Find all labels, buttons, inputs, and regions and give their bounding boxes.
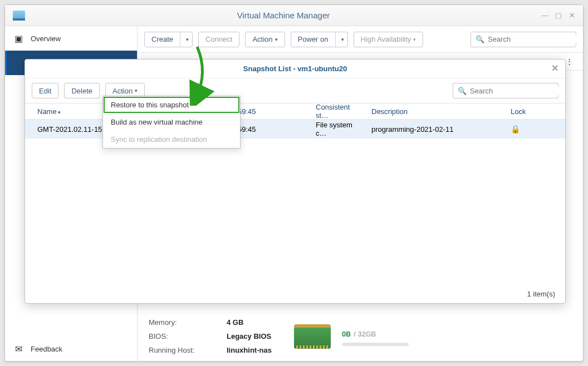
details-panel: Memory: 4 GB BIOS: Legacy BIOS Running H… bbox=[138, 311, 583, 361]
running-host-value: linuxhint-nas bbox=[227, 346, 272, 354]
caret-down-icon: ▾ bbox=[338, 37, 347, 42]
col-consistent[interactable]: Consistent st… bbox=[312, 103, 368, 120]
sidebar-item-label: Feedback bbox=[31, 345, 62, 353]
app-icon bbox=[13, 11, 25, 21]
search-icon: 🔍 bbox=[458, 87, 467, 95]
sort-desc-icon: ▾ bbox=[58, 110, 61, 115]
power-on-button[interactable]: Power on▾ bbox=[291, 32, 348, 47]
caret-down-icon: ▾ bbox=[413, 37, 416, 42]
action-dropdown: Restore to this snapshot Build as new vi… bbox=[102, 96, 241, 149]
dialog-title: Snapshot List - vm1-ubuntu20 ✕ bbox=[25, 60, 565, 78]
memory-card-icon bbox=[294, 324, 331, 349]
close-icon[interactable]: ✕ bbox=[565, 10, 579, 21]
dialog-search-input[interactable] bbox=[470, 87, 564, 95]
col-lock[interactable]: Lock bbox=[507, 107, 556, 116]
sidebar-item-label: Overview bbox=[31, 34, 61, 43]
window-title: Virtual Machine Manager bbox=[28, 11, 538, 20]
memory-usage: 0B / 32GB bbox=[342, 327, 409, 339]
caret-down-icon: ▾ bbox=[135, 88, 138, 93]
sidebar-item-overview[interactable]: ▣ Overview bbox=[5, 26, 137, 51]
dialog-close-icon[interactable]: ✕ bbox=[548, 63, 561, 75]
lock-icon: 🔒 bbox=[507, 125, 556, 133]
high-availability-button[interactable]: High Availability▾ bbox=[354, 32, 424, 47]
dropdown-item-restore[interactable]: Restore to this snapshot bbox=[103, 96, 240, 113]
dialog-footer: 1 item(s) bbox=[25, 284, 565, 303]
create-button[interactable]: Create▾ bbox=[144, 32, 193, 47]
row-consistent: File system c… bbox=[312, 121, 368, 137]
memory-bar bbox=[342, 343, 409, 346]
action-button[interactable]: Action▾ bbox=[245, 32, 285, 47]
delete-button[interactable]: Delete bbox=[64, 83, 100, 98]
memory-label: Memory: bbox=[149, 318, 227, 327]
search-icon: 🔍 bbox=[476, 35, 484, 43]
dropdown-item-sync[interactable]: Sync to replication destination bbox=[103, 131, 240, 148]
bios-value: Legacy BIOS bbox=[227, 332, 272, 340]
sidebar-item-feedback[interactable]: ✉ Feedback bbox=[5, 337, 137, 361]
caret-down-icon: ▾ bbox=[183, 37, 192, 42]
search-input[interactable] bbox=[488, 35, 581, 43]
main-search[interactable]: 🔍 bbox=[471, 32, 576, 47]
row-time: 59:45 bbox=[234, 125, 312, 133]
col-description[interactable]: Description bbox=[368, 107, 507, 116]
overview-icon: ▣ bbox=[13, 33, 24, 44]
dropdown-item-build[interactable]: Build as new virtual machine bbox=[103, 113, 240, 131]
dialog-search[interactable]: 🔍 bbox=[453, 83, 558, 98]
bios-label: BIOS: bbox=[149, 332, 227, 340]
running-host-label: Running Host: bbox=[149, 346, 227, 354]
minimize-icon[interactable]: — bbox=[538, 10, 552, 21]
titlebar: Virtual Machine Manager — ▢ ✕ bbox=[5, 5, 583, 26]
main-toolbar: Create▾ Connect Action▾ Power on▾ High A… bbox=[138, 26, 583, 53]
edit-button[interactable]: Edit bbox=[32, 83, 58, 98]
memory-value: 4 GB bbox=[227, 318, 272, 327]
connect-button[interactable]: Connect bbox=[198, 32, 239, 47]
feedback-icon: ✉ bbox=[13, 344, 24, 354]
caret-down-icon: ▾ bbox=[275, 37, 278, 42]
col-time[interactable]: 59:45 bbox=[234, 107, 312, 116]
maximize-icon[interactable]: ▢ bbox=[552, 10, 565, 21]
row-description: programming-2021-02-11 bbox=[368, 125, 507, 133]
